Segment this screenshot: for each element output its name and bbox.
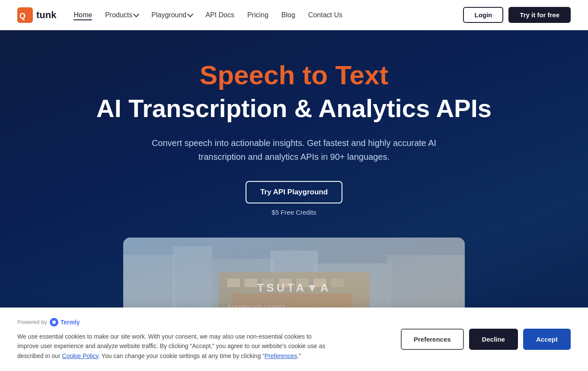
nav-item-playground[interactable]: Playground [151,11,192,19]
logo-link[interactable]: Q tunk [17,7,56,23]
cookie-text-part2: . You can change your cookie settings at… [98,352,264,359]
nav-products-dropdown[interactable]: Products [105,11,138,19]
svg-text:Q: Q [19,12,26,20]
navbar: Q tunk Home Products Playground AP [0,0,588,30]
cookie-banner: Powered by Termly We use essential cooki… [0,308,588,371]
nav-blog-link[interactable]: Blog [281,11,295,19]
cookie-left: Powered by Termly We use essential cooki… [17,318,329,361]
nav-item-api-docs[interactable]: API Docs [205,11,234,19]
hero-title-orange: Speech to Text [200,60,388,90]
login-button[interactable]: Login [463,7,503,23]
nav-item-home[interactable]: Home [74,11,92,19]
nav-playground-link[interactable]: Playground [151,11,186,19]
brand-name: tunk [36,10,56,21]
cookie-buttons: Preferences Decline Accept [401,329,571,350]
cookie-policy-link[interactable]: Cookie Policy [62,352,99,359]
nav-playground-dropdown[interactable]: Playground [151,11,192,19]
preferences-button[interactable]: Preferences [401,329,464,350]
accept-button[interactable]: Accept [523,329,571,350]
termly-name: Termly [61,319,80,326]
nav-item-pricing[interactable]: Pricing [247,11,268,19]
nav-contact-link[interactable]: Contact Us [308,11,342,19]
navbar-right: Login Try it for free [463,7,571,23]
navbar-left: Q tunk Home Products Playground AP [17,7,342,23]
nav-item-contact[interactable]: Contact Us [308,11,342,19]
termly-icon [50,318,58,327]
termly-icon-inner [52,320,56,324]
hero-subtitle: Convert speech into actionable insights.… [138,136,450,164]
try-free-button[interactable]: Try it for free [508,7,571,23]
powered-by-label: Powered by [17,319,47,325]
nav-item-products[interactable]: Products [105,11,138,19]
tunk-logo-icon: Q [17,7,33,23]
nav-products-link[interactable]: Products [105,11,132,19]
cta-playground-button[interactable]: Try API Playground [246,181,342,203]
hero-title-white: AI Transcription & Analytics APIs [96,94,492,123]
cookie-text: We use essential cookies to make our sit… [17,332,329,361]
products-chevron-down-icon [133,11,139,17]
nav-links: Home Products Playground API Docs Pricin… [74,11,342,19]
cookie-text-part3: .” [297,352,301,359]
svg-text:TSUTA▼A: TSUTA▼A [257,281,331,294]
preferences-inline-link[interactable]: Preferences [265,352,297,359]
nav-pricing-link[interactable]: Pricing [247,11,268,19]
hero-credits: $5 Free Credits [272,209,316,216]
nav-home-link[interactable]: Home [74,11,92,20]
nav-api-docs-link[interactable]: API Docs [205,11,234,19]
powered-by: Powered by Termly [17,318,329,327]
nav-item-blog[interactable]: Blog [281,11,295,19]
termly-logo: Termly [50,318,80,327]
playground-chevron-down-icon [187,11,193,17]
decline-button[interactable]: Decline [469,329,518,350]
